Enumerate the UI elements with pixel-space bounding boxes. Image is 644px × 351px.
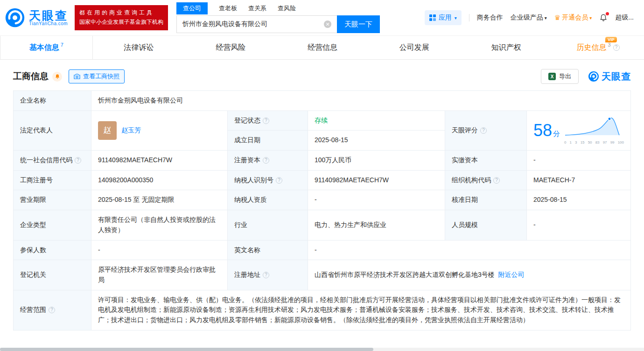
search-tab-company[interactable]: 查公司 bbox=[176, 2, 208, 14]
table-row: 参保人数 - 英文名称 - bbox=[14, 240, 631, 260]
field-value-taxpayer-id: 91140982MAETAECH7W bbox=[308, 170, 445, 190]
field-label-taxpayer-id: 纳税人识别号 bbox=[228, 170, 308, 190]
field-value-registered-capital: 100万人民币 bbox=[308, 151, 445, 171]
field-value-registration-status: 存续 bbox=[308, 110, 445, 131]
nav-business-cooperation-label: 商务合作 bbox=[477, 14, 503, 22]
chevron-down-icon: ▾ bbox=[455, 15, 457, 21]
field-value-business-term: 2025-08-15 至 无固定期限 bbox=[91, 190, 228, 210]
field-label-company-name: 企业名称 bbox=[14, 91, 91, 111]
chevron-down-icon: ▾ bbox=[589, 15, 592, 21]
main-content: 工商信息 查看工商快照 导出 bbox=[0, 69, 644, 330]
field-label-staff-size: 人员规模 bbox=[445, 210, 527, 240]
nav-super-member-label: 超级... bbox=[615, 14, 634, 22]
field-label-company-type: 企业类型 bbox=[14, 210, 91, 240]
logo-domain: TianYanCha.com bbox=[29, 21, 68, 27]
field-label-tianyan-score: 天眼评分 bbox=[445, 110, 527, 150]
search-tab-boss[interactable]: 查老板 bbox=[219, 4, 237, 13]
tab-basic-info-label: 基本信息 bbox=[29, 43, 59, 53]
help-icon[interactable] bbox=[263, 117, 269, 124]
help-icon[interactable] bbox=[493, 177, 500, 184]
tab-intellectual-property[interactable]: 知识产权 bbox=[460, 36, 552, 59]
search-area: 查公司 查老板 查关系 查风险 ✕ 天眼一下 bbox=[176, 2, 380, 33]
export-button[interactable]: 导出 bbox=[541, 69, 579, 84]
field-value-insured-count: - bbox=[91, 240, 228, 260]
bell-icon bbox=[55, 74, 60, 79]
vip-badge: VIP bbox=[605, 37, 617, 42]
nav-super-member[interactable]: 超级... bbox=[615, 14, 634, 22]
field-value-company-type: 有限责任公司（非自然人投资或控股的法人独资） bbox=[91, 210, 228, 240]
tab-history-info[interactable]: 历史信息 3 VIP bbox=[552, 36, 644, 59]
field-label-registered-address: 注册地址 bbox=[228, 260, 308, 290]
help-icon[interactable] bbox=[276, 177, 282, 184]
tab-basic-info[interactable]: 基本信息 7 bbox=[0, 36, 93, 59]
tianyancha-logo-icon bbox=[5, 7, 25, 28]
help-icon[interactable] bbox=[263, 157, 269, 164]
tab-operation-risk[interactable]: 经营风险 bbox=[185, 36, 277, 59]
field-label-org-code: 组织机构代码 bbox=[445, 170, 527, 190]
legal-representative-avatar[interactable]: 赵 bbox=[98, 121, 117, 140]
horizontal-scrollbar[interactable] bbox=[0, 348, 644, 351]
field-value-legal-representative: 赵 赵玉芳 bbox=[91, 110, 228, 150]
field-label-industry: 行业 bbox=[228, 210, 308, 240]
field-value-business-scope: 许可项目：发电业务、输电业务、供（配）电业务。（依法须经批准的项目，经相关部门批… bbox=[91, 290, 631, 330]
field-label-legal-representative: 法定代表人 bbox=[14, 110, 91, 150]
scrollbar-thumb[interactable] bbox=[0, 348, 373, 351]
tab-intellectual-property-label: 知识产权 bbox=[491, 43, 521, 53]
legal-representative-link[interactable]: 赵玉芳 bbox=[121, 125, 141, 136]
field-value-org-code: MAETAECH-7 bbox=[527, 170, 631, 190]
nav-open-membership[interactable]: ♛ 开通会员 ▾ bbox=[554, 14, 592, 22]
table-row: 工商注册号 14098200A000350 纳税人识别号 91140982MAE… bbox=[14, 170, 631, 190]
field-label-business-term: 营业期限 bbox=[14, 190, 91, 210]
search-tab-relation[interactable]: 查关系 bbox=[248, 4, 266, 13]
search-input[interactable] bbox=[176, 15, 337, 33]
field-value-registration-authority: 原平经济技术开发区管理委员会行政审批局 bbox=[91, 260, 228, 290]
grid-icon bbox=[429, 14, 436, 21]
field-label-credit-code: 统一社会信用代码 bbox=[14, 151, 91, 171]
nearby-companies-link[interactable]: 附近公司 bbox=[498, 271, 525, 278]
tab-legal-proceedings[interactable]: 法律诉讼 bbox=[93, 36, 185, 59]
nav-enterprise-products[interactable]: 企业级产品 ▾ bbox=[511, 14, 547, 22]
tab-legal-proceedings-label: 法律诉讼 bbox=[124, 43, 154, 53]
business-info-section-header: 工商信息 查看工商快照 导出 bbox=[13, 69, 631, 84]
view-snapshot-button[interactable]: 查看工商快照 bbox=[69, 69, 125, 83]
clear-search-icon[interactable]: ✕ bbox=[324, 21, 331, 28]
help-icon[interactable] bbox=[613, 44, 620, 51]
help-icon[interactable] bbox=[75, 157, 81, 164]
field-label-paid-capital: 实缴资本 bbox=[445, 151, 527, 171]
apps-menu-button[interactable]: 应用 ▾ bbox=[425, 10, 462, 25]
help-icon[interactable] bbox=[480, 127, 487, 134]
search-tab-risk[interactable]: 查风险 bbox=[278, 4, 296, 13]
search-button[interactable]: 天眼一下 bbox=[337, 15, 380, 33]
export-label: 导出 bbox=[559, 72, 571, 81]
help-icon[interactable] bbox=[49, 307, 55, 313]
field-label-taxpayer-quality: 纳税人资质 bbox=[228, 190, 308, 210]
subscribe-bell-button[interactable] bbox=[52, 72, 62, 82]
field-label-registration-status: 登记状态 bbox=[228, 110, 308, 131]
tianyancha-watermark: 天眼查 bbox=[588, 70, 631, 83]
field-value-credit-code: 91140982MAETAECH7W bbox=[91, 151, 228, 171]
promo-banner: 都在用的商业查询工具 国家中小企业发展子基金旗下机构 bbox=[75, 5, 168, 30]
banner-line2: 国家中小企业发展子基金旗下机构 bbox=[79, 18, 163, 27]
tianyancha-logo[interactable]: 天眼查 TianYanCha.com bbox=[5, 7, 68, 28]
tab-basic-info-count: 7 bbox=[61, 42, 63, 48]
help-icon[interactable] bbox=[263, 272, 269, 278]
excel-icon bbox=[548, 73, 556, 80]
nav-business-cooperation[interactable]: 商务合作 bbox=[477, 14, 503, 22]
field-label-registration-authority: 登记机关 bbox=[14, 260, 91, 290]
table-row: 登记机关 原平经济技术开发区管理委员会行政审批局 注册地址 山西省忻州市原平经济… bbox=[14, 260, 631, 290]
crown-icon: ♛ bbox=[554, 14, 560, 22]
tab-history-info-label: 历史信息 bbox=[577, 43, 607, 53]
top-nav: 应用 ▾ 商务合作 企业级产品 ▾ ♛ 开通会员 ▾ 超级... bbox=[425, 10, 634, 25]
notifications-bell-button[interactable] bbox=[599, 14, 608, 22]
table-row: 经营范围 许可项目：发电业务、输电业务、供（配）电业务。（依法须经批准的项目，经… bbox=[14, 290, 631, 330]
tab-company-development[interactable]: 公司发展 bbox=[368, 36, 460, 59]
table-row: 企业类型 有限责任公司（非自然人投资或控股的法人独资） 行业 电力、热力生产和供… bbox=[14, 210, 631, 240]
nav-enterprise-products-label: 企业级产品 bbox=[511, 14, 543, 22]
tab-company-development-label: 公司发展 bbox=[399, 43, 429, 53]
business-info-table: 企业名称 忻州市金朔风电设备有限公司 法定代表人 赵 赵玉芳 登记状态 存续 天… bbox=[13, 90, 631, 330]
table-row: 营业期限 2025-08-15 至 无固定期限 纳税人资质 - 核准日期 202… bbox=[14, 190, 631, 210]
tab-operation-info[interactable]: 经营信息 bbox=[277, 36, 369, 59]
field-value-company-name: 忻州市金朔风电设备有限公司 bbox=[91, 91, 631, 111]
tianyancha-logo-icon bbox=[588, 71, 599, 82]
chevron-down-icon: ▾ bbox=[545, 15, 547, 21]
